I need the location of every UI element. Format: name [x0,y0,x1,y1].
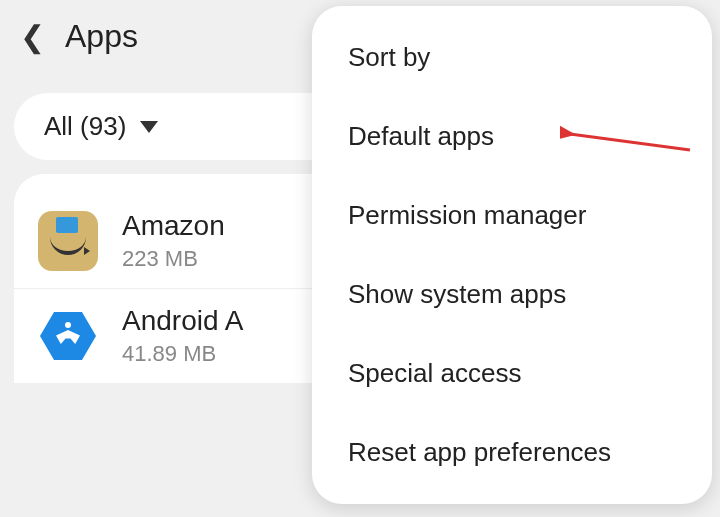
filter-label: All (93) [44,111,126,142]
menu-item-sort-by[interactable]: Sort by [312,18,712,97]
menu-item-reset-app-preferences[interactable]: Reset app preferences [312,413,712,492]
android-accessibility-icon [38,306,98,366]
menu-item-permission-manager[interactable]: Permission manager [312,176,712,255]
menu-item-show-system-apps[interactable]: Show system apps [312,255,712,334]
page-title: Apps [65,18,138,55]
app-size: 223 MB [122,246,225,272]
app-text: Amazon 223 MB [122,210,225,272]
back-icon[interactable]: ❮ [20,19,45,54]
amazon-icon [38,211,98,271]
menu-item-default-apps[interactable]: Default apps [312,97,712,176]
menu-item-special-access[interactable]: Special access [312,334,712,413]
app-name: Amazon [122,210,225,242]
app-size: 41.89 MB [122,341,243,367]
app-name: Android A [122,305,243,337]
overflow-menu: Sort by Default apps Permission manager … [312,6,712,504]
chevron-down-icon [140,121,158,133]
app-text: Android A 41.89 MB [122,305,243,367]
